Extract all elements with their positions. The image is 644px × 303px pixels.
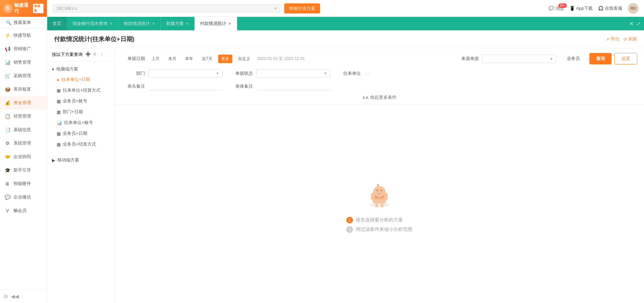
app-icon: 📱	[569, 6, 575, 11]
sidebar-item-member[interactable]: V 畅会员	[0, 204, 47, 217]
date-btn-last-month[interactable]: 上月	[148, 55, 163, 63]
tab-label: 收款情况统计	[124, 21, 150, 27]
date-btn-more[interactable]: 更多	[218, 55, 232, 63]
tab-bank-flow[interactable]: 现金银行流水查询✕	[67, 17, 118, 30]
address-text: 192.168.x.x	[56, 6, 77, 11]
close-window-icon[interactable]: ✕	[629, 21, 634, 27]
collapse-sidebar-icon[interactable]: ◀◀	[11, 293, 19, 300]
filter-row-2: 部门 ▾ 单据状态 ▾ 往来单位 ···	[121, 69, 637, 78]
sidebar-item-label: 系统管理	[13, 140, 31, 146]
sidebar-item-label: 资金管理	[13, 100, 31, 106]
sidebar-item-label: 新手引导	[13, 167, 31, 173]
sidebar-item-label: 企业协同	[13, 154, 31, 160]
scheme-header: 按以下方案查询 ➕ ⚙ 《	[47, 48, 114, 61]
sidebar-item-capital[interactable]: 💰 资金管理	[0, 96, 47, 110]
desktop-group-title[interactable]: ▾ 电脑端方案	[47, 64, 114, 74]
export-btn[interactable]: ↗ 导出	[606, 36, 619, 42]
sidebar-item-inventory[interactable]: 📦 库存核算	[0, 83, 47, 96]
partner-dots[interactable]: ···	[366, 71, 370, 76]
tab-label: 首页	[53, 21, 61, 27]
date-btn-7days[interactable]: 近7天	[199, 55, 215, 63]
sidebar-item-system[interactable]: ⚙ 系统管理	[0, 137, 47, 150]
tab-close-receipt-stats[interactable]: ✕	[152, 22, 155, 26]
sidebar-item-purchase[interactable]: 🛒 采购管理	[0, 69, 47, 83]
collapse-more-bar[interactable]: ∧∧ 收起更多条件	[115, 90, 644, 105]
export-label: 导出	[611, 36, 619, 42]
collapse-scheme-icon[interactable]: 《	[99, 52, 103, 58]
sidebar-item-operation[interactable]: 📋 经营管理	[0, 110, 47, 123]
sidebar-item-label: 库存核算	[13, 86, 31, 92]
avatar[interactable]: Rit	[628, 3, 639, 14]
trial-btn[interactable]: 体验行业方案	[284, 3, 320, 13]
scheme-item-label: 往来单位+账号	[64, 120, 93, 126]
filter-form: 单据日期 上月 本月 本年 近7天 更多 自定义 2022-01-01 至 20…	[115, 48, 644, 90]
date-btn-this-year[interactable]: 本年	[182, 55, 196, 63]
scheme-icon-partner-date: ●	[57, 77, 59, 82]
tab-home[interactable]: 首页	[47, 17, 67, 30]
sidebar-item-basic-info[interactable]: 📑 基础信息	[0, 123, 47, 137]
tabbar: 首页现金银行流水查询✕收款情况统计✕新建方案✕付款情况统计✕ ✕ ⤢	[47, 17, 644, 30]
tab-close-payment-stats[interactable]: ✕	[228, 22, 231, 26]
empty-illustration	[362, 176, 396, 210]
sidebar-item-sales[interactable]: 📊 销售管理	[0, 56, 47, 69]
sidebar-item-enterprise[interactable]: 🤝 企业协同	[0, 150, 47, 163]
salesman-dots[interactable]: ···	[585, 56, 589, 61]
service-label: 在线客服	[605, 5, 622, 11]
filter-row-1: 单据日期 上月 本月 本年 近7天 更多 自定义 2022-01-01 至 20…	[121, 53, 637, 64]
scheme-item-dept-date[interactable]: ▦ 部门+日期	[47, 107, 114, 117]
tab-close-new-scheme[interactable]: ✕	[186, 22, 189, 26]
sidebar-item-label: 快捷导航	[13, 32, 31, 38]
doc-status-chevron: ▾	[324, 71, 327, 76]
tab-close-bank-flow[interactable]: ✕	[110, 22, 113, 26]
expand-icon[interactable]: ⤢	[636, 21, 641, 27]
doc-status-select[interactable]: ▾	[256, 69, 330, 78]
tab-new-scheme[interactable]: 新建方案✕	[161, 17, 195, 30]
refresh-label: 刷新	[628, 36, 637, 42]
message-count: 99+	[558, 3, 567, 8]
guide-icon: 🎓	[4, 167, 11, 174]
date-btn-custom[interactable]: 自定义	[235, 55, 253, 63]
sidebar-item-guide[interactable]: 🎓 新手引导	[0, 163, 47, 177]
scheme-item-partner-date[interactable]: ● 往来单位+日期	[47, 74, 114, 85]
scheme-item-label: 业务员+账号	[63, 98, 87, 104]
mobile-group-title[interactable]: ▶ 移动端方案	[47, 155, 114, 165]
svg-rect-8	[381, 203, 383, 207]
scheme-item-partner-settle[interactable]: ▦ 往来单位+结算方式	[47, 85, 114, 96]
purchase-icon: 🛒	[4, 72, 11, 79]
scheme-item-salesman-account[interactable]: ▦ 业务员+账号	[47, 96, 114, 107]
sidebar-item-marketing[interactable]: 📢 营销推广	[0, 42, 47, 56]
add-scheme-icon[interactable]: ➕	[85, 52, 91, 58]
head-note-label: 表头备注	[121, 83, 148, 89]
source-select[interactable]: ▾	[482, 55, 556, 63]
settings-btn[interactable]: 设置	[614, 53, 637, 64]
scheme-item-label: 业务员+结算方式	[63, 141, 96, 147]
tab-receipt-stats[interactable]: 收款情况统计✕	[118, 17, 161, 30]
sidebar-item-label: 销售管理	[13, 59, 31, 65]
dept-select[interactable]: ▾	[148, 69, 223, 78]
main-area: 192.168.x.x ▾ 体验行业方案 💬 消息 99+ 📱 App下载 🎧 …	[47, 0, 644, 303]
scheme-icon-dept-date: ▦	[57, 110, 61, 115]
sidebar-item-hardware[interactable]: 🖥 智能硬件	[0, 177, 47, 190]
quick-nav-icon: ⚡	[4, 32, 11, 39]
brand-badge: 标准版	[33, 4, 43, 13]
refresh-btn[interactable]: ↺ 刷新	[623, 36, 637, 42]
body-note-input[interactable]	[256, 82, 330, 90]
date-btn-this-month[interactable]: 本月	[165, 55, 179, 63]
sidebar-search[interactable]: 🔍 搜索菜单	[0, 17, 47, 29]
settings-icon[interactable]: ⚙	[3, 293, 8, 300]
service-btn[interactable]: 🎧 在线客服	[598, 5, 622, 11]
app-download-btn[interactable]: 📱 App下载	[569, 5, 593, 11]
sidebar-item-wechat[interactable]: 💬 企业微信	[0, 190, 47, 204]
svg-point-9	[373, 186, 385, 197]
tab-payment-stats[interactable]: 付款情况统计✕	[195, 17, 237, 30]
sidebar-item-quick-nav[interactable]: ⚡ 快捷导航	[0, 29, 47, 42]
message-btn[interactable]: 💬 消息 99+	[549, 5, 564, 11]
scheme-item-partner-account[interactable]: 📊 往来单位+账号	[47, 117, 114, 128]
sidebar: 6 畅捷通巧 标准版 🔍 搜索菜单 ⚡ 快捷导航 📢 营销推广 📊 销售管理 🛒…	[0, 0, 47, 303]
gear-scheme-icon[interactable]: ⚙	[93, 52, 97, 58]
head-note-input[interactable]	[148, 82, 223, 90]
query-btn[interactable]: 查询	[589, 53, 612, 64]
address-bar[interactable]: 192.168.x.x ▾	[53, 4, 280, 12]
scheme-item-salesman-settle[interactable]: ▦ 业务员+结算方式	[47, 139, 114, 150]
scheme-item-salesman-date[interactable]: ▦ 业务员+日期	[47, 128, 114, 139]
